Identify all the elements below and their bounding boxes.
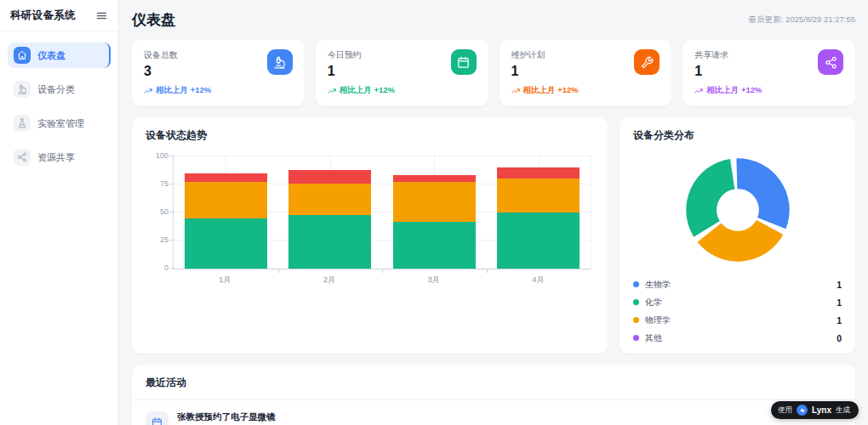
x-axis-tick (382, 269, 383, 273)
gridline (591, 156, 591, 269)
badge-suffix: 生成 (836, 405, 850, 416)
legend-row-生物学[interactable]: 生物学 1 (633, 275, 842, 293)
stat-label: 今日预约 (328, 49, 362, 61)
x-axis-tick-label: 3月 (382, 275, 487, 286)
y-axis-tick-label: 0 (146, 264, 168, 272)
sidebar-item-label: 资源共享 (37, 151, 75, 164)
activity-item[interactable]: 张教授预约了电子显微镜 10分钟前 (146, 411, 842, 425)
trend-up-icon (694, 87, 703, 95)
stat-cards-row: 设备总数 3 相比上月 +12% 今日预约 1 相比上月 +12% 维护计划 1 (132, 40, 855, 106)
calendar-icon (451, 49, 477, 75)
stat-card-top: 今日预约 1 (328, 49, 477, 79)
bar-group-3月 (382, 156, 487, 269)
microscope-icon (273, 56, 286, 69)
stat-texts: 设备总数 3 (144, 49, 178, 79)
legend-value: 1 (837, 280, 842, 290)
sidebar: 科研设备系统 仪表盘设备分类实验室管理资源共享 (0, 0, 119, 425)
microscope-icon (267, 49, 293, 75)
stat-card-top: 维护计划 1 (511, 49, 660, 79)
menu-toggle-button[interactable] (95, 9, 108, 22)
calendar-icon (457, 56, 470, 69)
sidebar-item-仪表盘[interactable]: 仪表盘 (8, 42, 111, 68)
flask-icon (17, 118, 27, 128)
stat-trend-label: 相比上月 +12% (156, 85, 211, 96)
flask-icon (14, 115, 31, 132)
calendar-icon (146, 411, 168, 425)
activity-list: 张教授预约了电子显微镜 10分钟前 (146, 400, 842, 425)
bar-series (174, 156, 591, 269)
stat-card-共享请求: 共享请求 1 相比上月 +12% (682, 40, 855, 106)
bar-segment-amber-segment[interactable] (185, 182, 267, 218)
bar-segment-green-segment[interactable] (393, 222, 476, 269)
stat-value: 1 (511, 64, 545, 79)
calendar-icon (151, 417, 163, 425)
stat-trend: 相比上月 +12% (328, 85, 477, 96)
legend-row-其他[interactable]: 其他 0 (633, 329, 842, 347)
badge-brand: Lynx (812, 405, 831, 415)
bar-segment-amber-segment[interactable] (497, 178, 580, 212)
stat-trend: 相比上月 +12% (511, 85, 660, 96)
recent-activity-title: 最近活动 (146, 376, 842, 390)
app-root: 科研设备系统 仪表盘设备分类实验室管理资源共享 仪表盘 最后更新: 2025/8… (0, 0, 868, 425)
stat-trend-label: 相比上月 +12% (523, 85, 579, 96)
bar-segment-green-segment[interactable] (497, 212, 580, 269)
donut-slice-生物学[interactable] (736, 158, 789, 229)
legend-dot-icon (633, 281, 639, 287)
stat-label: 维护计划 (511, 49, 545, 61)
share-icon (17, 152, 27, 162)
sidebar-item-label: 实验室管理 (37, 117, 84, 130)
stat-trend: 相比上月 +12% (694, 85, 843, 96)
y-axis-tick-label: 50 (146, 207, 168, 216)
legend-label: 生物学 (645, 279, 671, 291)
bar-segment-red-segment[interactable] (497, 167, 580, 178)
home-icon (17, 50, 27, 60)
app-title: 科研设备系统 (10, 8, 76, 23)
stat-trend: 相比上月 +12% (144, 85, 293, 96)
legend-label: 其他 (645, 332, 662, 344)
legend-dot-icon (633, 299, 639, 305)
home-icon (14, 47, 31, 64)
x-axis-tick-label: 2月 (277, 275, 382, 286)
sidebar-item-实验室管理[interactable]: 实验室管理 (8, 110, 111, 136)
donut-chart (679, 151, 797, 269)
bar-segment-amber-segment[interactable] (288, 184, 371, 215)
donut-legend: 生物学 1 化学 1 物理学 1 其他 0 (633, 275, 842, 347)
legend-value: 1 (837, 315, 842, 326)
x-axis-tick (278, 269, 279, 273)
wrench-icon (634, 49, 660, 75)
bolt-icon (799, 407, 806, 414)
bar-group-2月 (278, 156, 383, 269)
bar-segment-amber-segment[interactable] (393, 182, 476, 221)
stat-value: 1 (328, 64, 362, 79)
bar-segment-green-segment[interactable] (185, 218, 267, 269)
legend-row-化学[interactable]: 化学 1 (633, 293, 842, 311)
bar-segment-red-segment[interactable] (288, 170, 371, 184)
sidebar-item-资源共享[interactable]: 资源共享 (8, 144, 111, 170)
trend-up-icon (328, 87, 336, 95)
stat-card-top: 共享请求 1 (694, 49, 843, 79)
bar-chart-plot: 0255075100 (173, 156, 591, 269)
stat-card-设备总数: 设备总数 3 相比上月 +12% (132, 40, 305, 106)
stat-card-今日预约: 今日预约 1 相比上月 +12% (316, 40, 488, 106)
legend-value: 1 (837, 298, 842, 308)
bar-segment-red-segment[interactable] (185, 173, 267, 183)
charts-row: 设备状态趋势 02550751001月2月3月4月 设备分类分布 生物学 1 化… (132, 117, 855, 354)
lynx-generated-badge[interactable]: 使用 Lynx 生成 (771, 401, 859, 419)
legend-label: 化学 (645, 297, 662, 309)
donut-chart-title: 设备分类分布 (633, 128, 842, 143)
donut-slice-化学[interactable] (686, 159, 734, 237)
activity-texts: 张教授预约了电子显微镜 10分钟前 (177, 411, 276, 425)
wrench-icon (641, 56, 654, 69)
bar-segment-green-segment[interactable] (288, 215, 371, 269)
stat-card-top: 设备总数 3 (144, 49, 293, 79)
recent-activity-card: 最近活动 张教授预约了电子显微镜 10分钟前 (132, 365, 855, 425)
legend-row-物理学[interactable]: 物理学 1 (633, 311, 842, 329)
stat-label: 设备总数 (144, 49, 178, 61)
sidebar-item-设备分类[interactable]: 设备分类 (8, 76, 111, 102)
y-axis-tick-label: 75 (146, 179, 168, 188)
lynx-logo-icon (797, 405, 808, 416)
menu-icon (95, 9, 108, 22)
microscope-icon (14, 81, 31, 98)
category-distribution-card: 设备分类分布 生物学 1 化学 1 物理学 1 其他 0 (620, 117, 855, 354)
bar-segment-red-segment[interactable] (393, 175, 476, 182)
